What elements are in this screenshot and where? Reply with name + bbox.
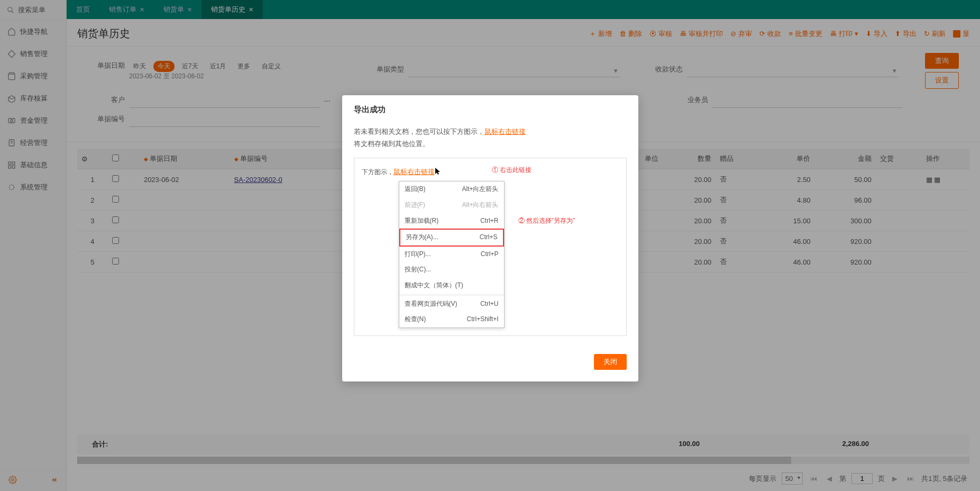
guide-box: ① 右击此链接 ② 然后选择"另存为" 下方图示，鼠标右击链接 返回(B)Alt…	[354, 158, 627, 336]
modal-footer: 关闭	[342, 347, 638, 381]
menu-item: 检查(N)Ctrl+Shift+I	[399, 312, 504, 328]
guide-text: 下方图示，	[362, 168, 393, 176]
menu-item: 前进(F)Alt+向右箭头	[399, 197, 504, 213]
menu-item: 返回(B)Alt+向左箭头	[399, 181, 504, 197]
modal-text1: 若未看到相关文档，您也可以按下方图示，	[354, 128, 484, 135]
menu-item: 重新加载(R)Ctrl+R	[399, 213, 504, 229]
menu-item: 另存为(A)...Ctrl+S	[399, 229, 504, 247]
context-menu-illustration: 返回(B)Alt+向左箭头前进(F)Alt+向右箭头重新加载(R)Ctrl+R另…	[399, 181, 505, 328]
menu-item: 翻成中文（简体）(T)	[399, 278, 504, 294]
annotation-2: ② 然后选择"另存为"	[518, 215, 575, 227]
cursor-icon	[435, 169, 441, 177]
modal-body: 若未看到相关文档，您也可以按下方图示，鼠标右击链接 将文档存储到其他位置。 ① …	[342, 119, 638, 347]
modal-title: 导出成功	[342, 95, 638, 119]
menu-item: 打印(P)...Ctrl+P	[399, 247, 504, 262]
modal-link[interactable]: 鼠标右击链接	[484, 128, 526, 135]
menu-item: 查看网页源代码(V)Ctrl+U	[399, 296, 504, 312]
annotation-1: ① 右击此链接	[492, 165, 532, 176]
modal-text2: 将文档存储到其他位置。	[354, 138, 627, 150]
close-button[interactable]: 关闭	[594, 354, 627, 370]
modal-overlay: 导出成功 若未看到相关文档，您也可以按下方图示，鼠标右击链接 将文档存储到其他位…	[0, 0, 980, 491]
guide-link: 鼠标右击链接	[393, 168, 435, 176]
export-success-modal: 导出成功 若未看到相关文档，您也可以按下方图示，鼠标右击链接 将文档存储到其他位…	[342, 95, 638, 381]
menu-item: 投射(C)...	[399, 262, 504, 278]
